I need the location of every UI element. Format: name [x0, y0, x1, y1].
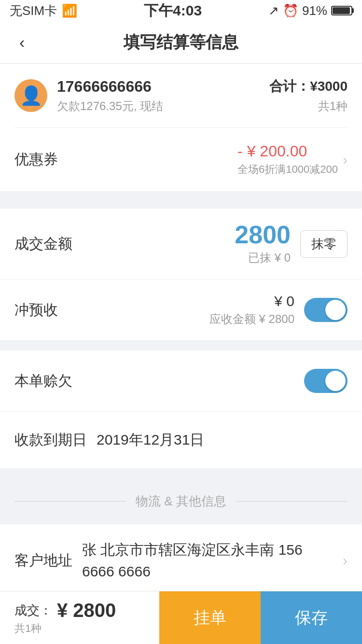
- bottom-deal-label: 成交：: [14, 602, 52, 619]
- user-info-left: 17666666666 欠款1276.35元, 现结: [57, 78, 269, 114]
- debt-row: 本单赊欠: [0, 350, 362, 412]
- logistics-divider: 物流 & 其他信息: [0, 478, 362, 524]
- prepay-value: ¥ 0: [209, 293, 294, 309]
- coupon-discount: - ¥ 200.00: [237, 142, 338, 160]
- deal-amount-right: 2800 已抹 ¥ 0 抹零: [235, 222, 348, 266]
- nav-bar: ‹ 填写结算等信息: [0, 21, 362, 64]
- user-info-row: 👤 17666666666 欠款1276.35元, 现结 合计：¥3000 共1…: [14, 64, 348, 127]
- round-button[interactable]: 抹零: [300, 230, 348, 258]
- user-debt: 欠款1276.35元, 现结: [57, 98, 269, 114]
- content: 👤 17666666666 欠款1276.35元, 现结 合计：¥3000 共1…: [0, 64, 362, 644]
- user-info-card: 👤 17666666666 欠款1276.35元, 现结 合计：¥3000 共1…: [0, 64, 362, 191]
- logistics-text: 物流 & 其他信息: [136, 493, 226, 510]
- hang-button[interactable]: 挂单: [159, 591, 261, 644]
- duedate-row: 收款到期日 2019年12月31日: [0, 412, 362, 469]
- alarm-icon: ⏰: [283, 3, 298, 18]
- location-icon: ↗: [268, 3, 279, 18]
- user-phone: 17666666666: [57, 78, 269, 96]
- prepay-row: 冲预收 ¥ 0 应收金额 ¥ 2800: [0, 280, 362, 341]
- prepay-value-group: ¥ 0 应收金额 ¥ 2800: [209, 293, 294, 327]
- divider-3: [0, 469, 362, 478]
- bottom-deal-count: 共1种: [14, 621, 145, 636]
- bottom-bar: 成交： ¥ 2800 共1种 挂单 保存: [0, 591, 362, 644]
- prepay-right: ¥ 0 应收金额 ¥ 2800: [209, 293, 348, 327]
- coupon-row[interactable]: 优惠券 - ¥ 200.00 全场6折满1000减200 ›: [14, 127, 348, 191]
- logistics-line-left: [14, 501, 126, 502]
- divider-2: [0, 341, 362, 350]
- deal-amount-sub: 已抹 ¥ 0: [235, 250, 291, 266]
- address-chevron-icon: ›: [343, 552, 348, 569]
- bottom-deal-amount: ¥ 2800: [57, 600, 116, 621]
- divider-1: [0, 199, 362, 209]
- status-time: 下午4:03: [144, 1, 202, 21]
- total-count: 共1种: [269, 98, 348, 114]
- bottom-summary: 成交： ¥ 2800 共1种: [0, 600, 159, 636]
- status-left: 无SIM卡 📶: [10, 2, 77, 19]
- coupon-chevron-icon: ›: [343, 152, 348, 168]
- status-right: ↗ ⏰ 91%: [268, 3, 352, 18]
- deal-amount-row: 成交金额 2800 已抹 ¥ 0 抹零: [0, 209, 362, 280]
- debt-toggle[interactable]: [304, 369, 348, 393]
- save-button[interactable]: 保存: [261, 591, 362, 644]
- coupon-right: - ¥ 200.00 全场6折满1000减200 ›: [237, 142, 348, 177]
- address-row[interactable]: 客户地址 张 北京市市辖区海淀区永丰南 156 6666 6666 ›: [0, 524, 362, 597]
- back-button[interactable]: ‹: [14, 28, 29, 56]
- battery-text: 91%: [302, 3, 327, 18]
- page-title: 填写结算等信息: [124, 31, 238, 54]
- total-label: 合计：¥3000: [269, 77, 348, 96]
- battery-icon: [331, 6, 352, 15]
- deal-amount-value: 2800: [235, 222, 291, 247]
- carrier-text: 无SIM卡: [10, 2, 57, 19]
- coupon-label: 优惠券: [14, 150, 58, 169]
- deal-amount-label: 成交金额: [14, 234, 72, 254]
- logistics-line-right: [236, 501, 348, 502]
- coupon-desc: 全场6折满1000减200: [237, 162, 338, 177]
- prepay-label: 冲预收: [14, 300, 58, 320]
- wifi-icon: 📶: [62, 3, 77, 18]
- status-bar: 无SIM卡 📶 下午4:03 ↗ ⏰ 91%: [0, 0, 362, 21]
- avatar: 👤: [14, 79, 47, 112]
- bottom-summary-top: 成交： ¥ 2800: [14, 600, 145, 621]
- user-info-right: 合计：¥3000 共1种: [269, 77, 348, 114]
- address-value: 张 北京市市辖区海淀区永丰南 156 6666 6666: [82, 539, 333, 582]
- deal-amount-value-group: 2800 已抹 ¥ 0: [235, 222, 291, 266]
- prepay-sub: 应收金额 ¥ 2800: [209, 311, 294, 327]
- duedate-label: 收款到期日: [14, 430, 87, 450]
- duedate-value: 2019年12月31日: [97, 430, 204, 450]
- debt-label: 本单赊欠: [14, 371, 72, 391]
- address-label: 客户地址: [14, 551, 72, 571]
- prepay-toggle[interactable]: [304, 298, 348, 322]
